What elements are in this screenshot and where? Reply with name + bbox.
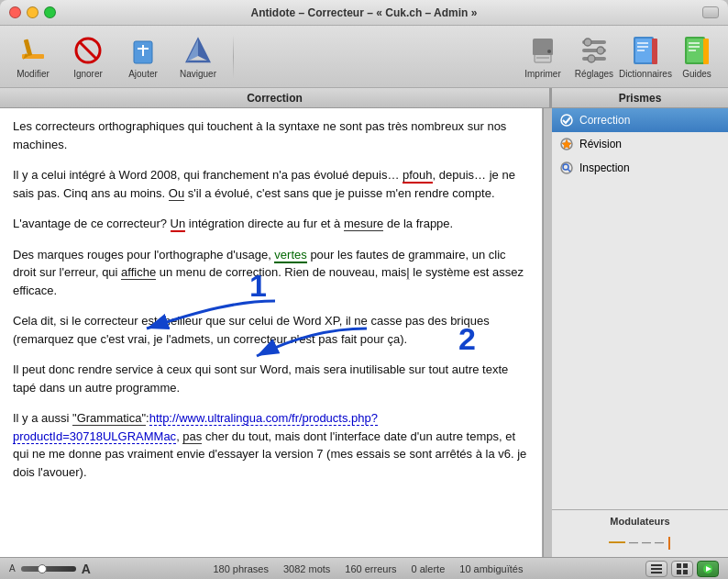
link-mesure[interactable]: mesure xyxy=(344,217,383,231)
svg-rect-25 xyxy=(637,42,648,44)
paragraph-5: Cela dit, si le correcteur est meilleur … xyxy=(13,312,529,348)
slider-thumb xyxy=(38,564,47,573)
ignorer-button[interactable]: Ignorer xyxy=(62,30,114,83)
ignorer-label: Ignorer xyxy=(73,69,103,79)
naviguer-icon xyxy=(182,34,215,67)
modulateurs-section: Modulateurs — – – – | xyxy=(552,509,728,557)
guides-label: Guides xyxy=(682,69,711,79)
ajouter-label: Ajouter xyxy=(128,69,158,79)
error-pfouh[interactable]: pfouh xyxy=(403,168,433,184)
stat-ambiguite: 10 ambiguïtés xyxy=(459,563,523,574)
title-bar: Antidote – Correcteur – « Cuk.ch – Admin… xyxy=(0,0,728,26)
dictionnaires-button[interactable]: Dictionnaires xyxy=(622,30,669,83)
prismes-header: Prismes xyxy=(552,92,728,105)
paragraph-4: Des marques rouges pour l'orthographe d'… xyxy=(13,246,529,300)
svg-point-37 xyxy=(561,115,572,126)
paragraph-6: Il peut donc rendre service à ceux qui s… xyxy=(13,361,529,396)
status-bar: A A 180 phrases 3082 mots 160 erreurs 0 … xyxy=(0,557,728,579)
error-vertes[interactable]: vertes xyxy=(274,248,306,263)
font-size-slider[interactable] xyxy=(21,566,76,572)
stat-mots: 3082 mots xyxy=(283,563,330,574)
prisme-item-inspection[interactable]: Inspection xyxy=(552,156,728,180)
paragraph-2: Il y a celui intégré à Word 2008, qui fr… xyxy=(13,166,529,202)
mod-dash-2: – xyxy=(629,532,638,551)
toolbar-right: Imprimer Réglages xyxy=(519,30,721,83)
link-ou[interactable]: Ou xyxy=(169,186,184,201)
link-pas[interactable]: pas xyxy=(182,429,202,444)
naviguer-label: Naviguer xyxy=(180,69,216,79)
svg-rect-32 xyxy=(689,46,700,48)
close-button[interactable] xyxy=(9,6,21,18)
prisme-item-revision[interactable]: Révision xyxy=(552,132,728,156)
svg-line-42 xyxy=(568,170,571,173)
svg-rect-44 xyxy=(651,568,662,570)
svg-rect-48 xyxy=(677,570,681,574)
svg-rect-31 xyxy=(689,42,700,44)
right-panel: Correction Révision xyxy=(552,108,728,557)
dictionnaires-icon xyxy=(629,34,662,67)
resize-handle[interactable] xyxy=(543,108,552,557)
link-affiche[interactable]: affiche xyxy=(121,265,156,280)
reglages-icon xyxy=(578,34,611,67)
text-area[interactable]: Les correcteurs orthographiques qui touc… xyxy=(0,108,543,557)
svg-point-41 xyxy=(563,164,568,170)
correction-header: Correction xyxy=(0,92,549,105)
svg-rect-34 xyxy=(703,39,709,64)
mod-dash-1: — xyxy=(609,532,625,551)
font-size-large-a: A xyxy=(82,562,91,576)
guides-icon xyxy=(680,34,713,67)
grid-view-icon xyxy=(676,562,689,575)
paragraph-3: L'avantage de ce correcteur? Un intégrat… xyxy=(13,215,529,233)
guides-button[interactable]: Guides xyxy=(673,30,721,83)
list-view-icon xyxy=(650,562,663,575)
font-size-small-a: A xyxy=(9,563,16,573)
svg-rect-33 xyxy=(689,50,696,51)
modulateurs-controls: — – – – | xyxy=(557,532,722,551)
prisme-item-correction[interactable]: Correction xyxy=(552,108,728,132)
status-btn-grid[interactable] xyxy=(671,561,693,577)
imprimer-icon xyxy=(526,34,559,67)
svg-line-4 xyxy=(80,42,96,59)
modifier-button[interactable]: Modifier xyxy=(7,30,59,83)
status-btn-go[interactable] xyxy=(697,561,719,577)
revision-label: Révision xyxy=(579,138,622,150)
svg-rect-46 xyxy=(677,563,681,568)
minimize-button[interactable] xyxy=(27,6,39,18)
ajouter-button[interactable]: Ajouter xyxy=(117,30,169,83)
svg-rect-43 xyxy=(651,564,662,566)
svg-rect-45 xyxy=(651,572,662,573)
status-stats: 180 phrases 3082 mots 160 erreurs 0 aler… xyxy=(105,563,631,574)
toolbar: Modifier Ignorer Ajouter xyxy=(0,26,728,88)
svg-point-22 xyxy=(588,55,595,62)
main-area: Les correcteurs orthographiques qui touc… xyxy=(0,108,728,557)
status-left: A A xyxy=(9,562,91,576)
paragraph-7: Il y a aussi "Grammatica":http://www.ult… xyxy=(13,409,529,481)
modifier-icon xyxy=(17,34,50,67)
correction-label: Correction xyxy=(579,114,630,127)
dictionnaires-label: Dictionnaires xyxy=(619,69,672,79)
stat-alerte: 0 alerte xyxy=(412,563,446,574)
link-grammatica[interactable]: "Grammatica" xyxy=(72,411,146,426)
mod-dash-3: – xyxy=(642,532,651,551)
imprimer-label: Imprimer xyxy=(524,69,560,79)
modulateurs-title: Modulateurs xyxy=(557,516,722,527)
imprimer-button[interactable]: Imprimer xyxy=(519,30,567,83)
go-icon xyxy=(701,562,714,575)
svg-rect-26 xyxy=(637,46,648,48)
stat-phrases: 180 phrases xyxy=(213,563,269,574)
error-un[interactable]: Un xyxy=(171,217,186,232)
collapse-button[interactable] xyxy=(702,6,719,18)
prismes-list: Correction Révision xyxy=(552,108,728,509)
stat-erreurs: 160 erreurs xyxy=(345,563,396,574)
maximize-button[interactable] xyxy=(44,6,56,18)
inspection-search-icon xyxy=(559,161,574,175)
modifier-label: Modifier xyxy=(17,69,50,79)
revision-star-icon xyxy=(559,137,574,151)
ignorer-icon xyxy=(72,34,105,67)
inspection-label: Inspection xyxy=(579,161,630,174)
svg-rect-14 xyxy=(536,57,549,59)
status-btn-list[interactable] xyxy=(645,561,667,577)
naviguer-button[interactable]: Naviguer xyxy=(172,30,224,83)
ajouter-icon xyxy=(127,34,160,67)
reglages-button[interactable]: Réglages xyxy=(570,30,618,83)
